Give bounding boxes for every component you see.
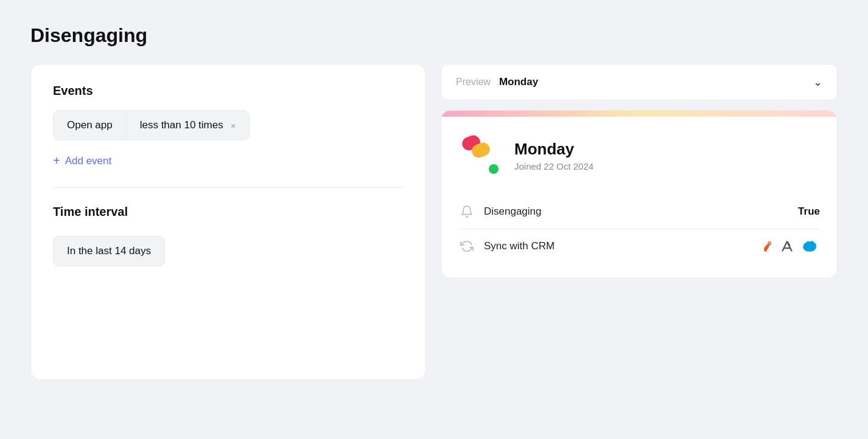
sync-icon xyxy=(458,238,475,255)
preview-dropdown[interactable]: Preview Monday ⌄ xyxy=(441,64,838,100)
astro-icon xyxy=(780,239,794,254)
salesforce-icon xyxy=(799,238,820,254)
close-icon[interactable]: × xyxy=(231,120,236,131)
add-event-label: Add event xyxy=(65,155,112,167)
time-interval-title: Time interval xyxy=(53,205,404,219)
preview-card: Monday Joined 22 Oct 2024 Disengaging Tr… xyxy=(441,110,838,278)
card-join-date: Joined 22 Oct 2024 xyxy=(514,161,593,171)
card-sync-row: Sync with CRM xyxy=(458,229,820,263)
crm-icons xyxy=(759,238,820,254)
plus-icon: + xyxy=(53,154,60,168)
card-app-name: Monday xyxy=(514,140,593,159)
add-event-button[interactable]: + Add event xyxy=(53,151,111,170)
logo-green-circle xyxy=(489,164,499,174)
disengaging-label: Disengaging xyxy=(484,206,789,218)
app-logo xyxy=(458,134,502,178)
card-gradient-bar xyxy=(441,111,837,117)
disengaging-value: True xyxy=(798,206,820,218)
event-condition-label: less than 10 times xyxy=(140,119,223,131)
section-divider xyxy=(53,187,404,188)
left-panel: Events Open app less than 10 times × + A… xyxy=(30,64,426,380)
card-profile-row: Monday Joined 22 Oct 2024 xyxy=(458,134,820,178)
hubspot-icon xyxy=(759,238,775,254)
preview-value: Monday xyxy=(499,76,807,88)
event-row: Open app less than 10 times × xyxy=(53,110,404,140)
page-title: Disengaging xyxy=(30,24,838,47)
svg-point-2 xyxy=(764,249,767,252)
bell-icon xyxy=(458,203,475,220)
svg-point-1 xyxy=(769,243,770,244)
event-condition-tag[interactable]: less than 10 times × xyxy=(126,110,250,140)
card-body: Monday Joined 22 Oct 2024 Disengaging Tr… xyxy=(441,117,837,278)
chevron-down-icon: ⌄ xyxy=(813,75,822,89)
events-section-title: Events xyxy=(53,84,404,98)
card-disengaging-row: Disengaging True xyxy=(458,195,820,229)
preview-label: Preview xyxy=(456,77,491,88)
card-info: Monday Joined 22 Oct 2024 xyxy=(514,140,593,171)
event-name-tag[interactable]: Open app xyxy=(53,110,126,140)
svg-point-3 xyxy=(803,243,816,252)
time-interval-section: Time interval In the last 14 days xyxy=(53,205,404,266)
main-layout: Events Open app less than 10 times × + A… xyxy=(30,64,838,380)
sync-label: Sync with CRM xyxy=(484,240,751,252)
right-panel: Preview Monday ⌄ Monday Joined 22 Oct 20… xyxy=(441,64,838,278)
time-interval-tag[interactable]: In the last 14 days xyxy=(53,236,165,266)
